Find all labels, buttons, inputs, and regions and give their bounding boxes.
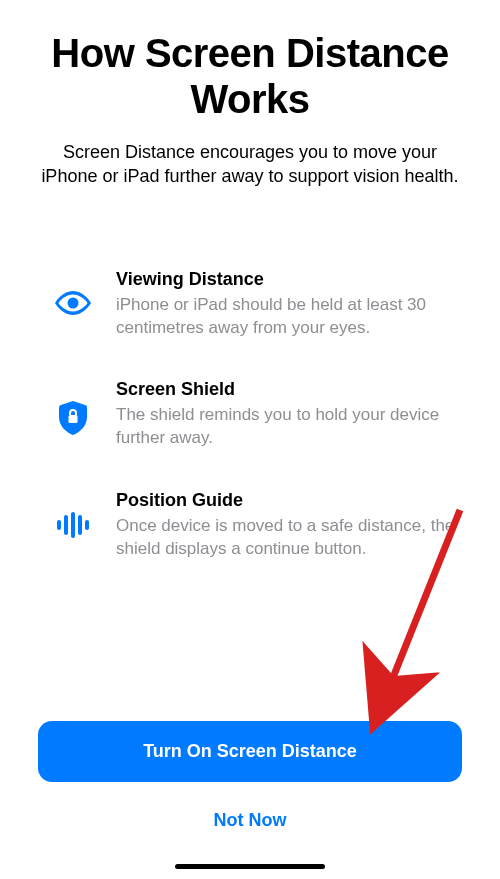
svg-rect-5: [78, 515, 82, 535]
svg-rect-3: [64, 515, 68, 535]
audio-bars-icon: [52, 490, 94, 538]
feature-title: Viewing Distance: [116, 269, 462, 290]
page-subtitle: Screen Distance encourages you to move y…: [38, 140, 462, 189]
svg-rect-4: [71, 512, 75, 538]
feature-description: The shield reminds you to hold your devi…: [116, 404, 462, 450]
features-list: Viewing Distance iPhone or iPad should b…: [38, 269, 462, 721]
actions: Turn On Screen Distance Not Now: [38, 721, 462, 879]
feature-screen-shield: Screen Shield The shield reminds you to …: [52, 379, 462, 450]
shield-icon: [52, 379, 94, 435]
feature-description: Once device is moved to a safe distance,…: [116, 515, 462, 561]
home-indicator[interactable]: [175, 864, 325, 869]
svg-rect-1: [69, 415, 78, 423]
feature-title: Screen Shield: [116, 379, 462, 400]
not-now-button[interactable]: Not Now: [38, 802, 462, 839]
feature-title: Position Guide: [116, 490, 462, 511]
feature-viewing-distance: Viewing Distance iPhone or iPad should b…: [52, 269, 462, 340]
svg-rect-6: [85, 520, 89, 530]
svg-point-0: [68, 297, 79, 308]
feature-description: iPhone or iPad should be held at least 3…: [116, 294, 462, 340]
eye-icon: [52, 269, 94, 315]
turn-on-button[interactable]: Turn On Screen Distance: [38, 721, 462, 782]
svg-rect-2: [57, 520, 61, 530]
feature-position-guide: Position Guide Once device is moved to a…: [52, 490, 462, 561]
page-title: How Screen Distance Works: [38, 30, 462, 122]
